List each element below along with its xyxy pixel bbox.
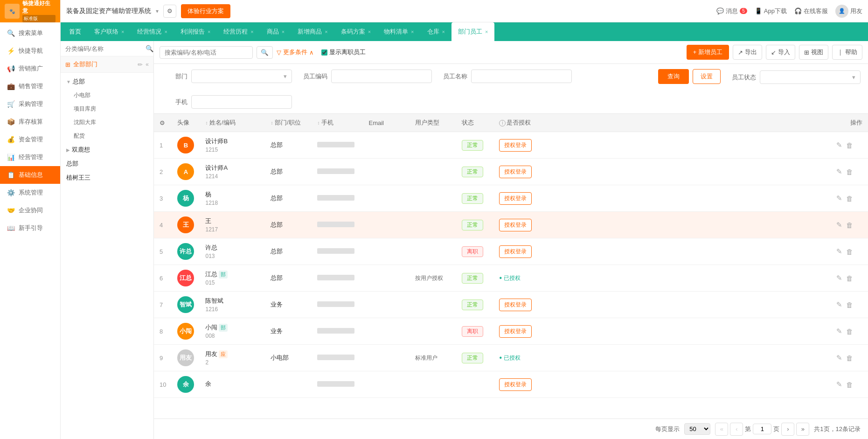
sidebar-item-purchase[interactable]: 🛒采购管理: [0, 95, 60, 113]
edit-icon[interactable]: ✎: [836, 221, 842, 229]
edit-icon[interactable]: ✎: [836, 141, 842, 149]
prev-page-button[interactable]: ‹: [730, 423, 743, 436]
query-button[interactable]: 查询: [658, 69, 689, 84]
sidebar-item-guide[interactable]: 📖新手引导: [0, 219, 60, 237]
dept-item-peihuo[interactable]: 配货: [68, 129, 153, 143]
reset-button[interactable]: 设置: [693, 69, 721, 84]
emp-name-input[interactable]: [471, 70, 572, 83]
auth-login-button[interactable]: 授权登录: [499, 192, 532, 205]
sidebar-item-enterprise[interactable]: 🤝企业协同: [0, 202, 60, 219]
last-page-button[interactable]: »: [796, 423, 809, 436]
dept-item-zongbu2[interactable]: 总部: [61, 157, 153, 171]
sidebar-item-sales[interactable]: 💼销售管理: [0, 77, 60, 95]
tab-goods[interactable]: 商品×: [260, 22, 291, 41]
close-icon[interactable]: ×: [325, 29, 327, 35]
close-icon[interactable]: ×: [282, 29, 285, 35]
edit-icon[interactable]: ✎: [836, 354, 842, 362]
close-icon[interactable]: ×: [411, 29, 414, 35]
sidebar-item-system[interactable]: ⚙️系统管理: [0, 184, 60, 202]
col-dept[interactable]: ↕ 部门/职位: [265, 114, 312, 132]
page-number-input[interactable]: [753, 424, 771, 434]
edit-icon[interactable]: ✎: [836, 300, 842, 309]
sidebar-item-search[interactable]: 🔍搜索菜单: [0, 24, 60, 42]
status-select[interactable]: ▾: [760, 70, 861, 84]
more-filter-button[interactable]: ▽ 更多条件 ∧: [277, 48, 314, 56]
dept-item-shenyang[interactable]: 沈阳大库: [68, 116, 153, 129]
sidebar-item-marketing[interactable]: 📢营销推广: [0, 60, 60, 77]
export-button[interactable]: ↗ 导出: [733, 45, 762, 60]
sidebar-item-shortcut[interactable]: ⚡快捷导航: [0, 42, 60, 60]
close-icon[interactable]: ×: [442, 29, 445, 35]
delete-icon[interactable]: 🗑: [846, 141, 853, 149]
edit-icon[interactable]: ✎: [836, 380, 842, 389]
phone-input[interactable]: [191, 95, 292, 109]
auth-login-button[interactable]: 授权登录: [499, 166, 532, 178]
auth-login-button[interactable]: 授权登录: [499, 299, 532, 311]
dept-search-input[interactable]: [65, 45, 144, 52]
dept-item-zongbu[interactable]: ▼ 总部: [61, 75, 153, 89]
tab-dept-staff[interactable]: 部门员工×: [451, 22, 494, 41]
close-icon[interactable]: ×: [164, 29, 167, 35]
help-button[interactable]: ｜ 帮助: [832, 45, 862, 60]
dept-item-zhishu[interactable]: 植树王三: [61, 171, 153, 185]
emp-code-input[interactable]: [331, 70, 432, 83]
staff-search-button[interactable]: 🔍: [257, 46, 273, 59]
delete-icon[interactable]: 🗑: [846, 274, 853, 282]
dept-search-icon[interactable]: 🔍: [146, 45, 153, 52]
edit-icon[interactable]: ✎: [836, 247, 842, 256]
delete-icon[interactable]: 🗑: [846, 248, 853, 256]
delete-icon[interactable]: 🗑: [846, 168, 853, 176]
trial-button[interactable]: 体验行业方案: [181, 4, 230, 18]
tab-customer[interactable]: 客户联络×: [88, 22, 131, 41]
auth-login-button[interactable]: 授权登录: [499, 245, 532, 258]
add-staff-button[interactable]: + 新增员工: [687, 45, 729, 60]
col-phone[interactable]: ↕ 手机: [312, 114, 363, 132]
tab-material[interactable]: 物料清单×: [377, 22, 420, 41]
auth-login-button[interactable]: 授权登录: [499, 378, 532, 391]
delete-icon[interactable]: 🗑: [846, 301, 853, 309]
close-icon[interactable]: ×: [485, 29, 488, 35]
tab-barcode[interactable]: 条码方案×: [334, 22, 377, 41]
message-button[interactable]: 💬 消息 5: [716, 7, 747, 15]
collapse-icon[interactable]: «: [146, 61, 149, 68]
edit-icon[interactable]: ✎: [836, 274, 842, 282]
tab-process[interactable]: 经营历程×: [217, 22, 260, 41]
tab-new-goods[interactable]: 新增商品×: [291, 22, 334, 41]
sidebar-item-management[interactable]: 📊经营管理: [0, 148, 60, 166]
delete-icon[interactable]: 🗑: [846, 195, 853, 202]
resigned-checkbox-input[interactable]: [321, 49, 327, 56]
edit-icon[interactable]: ✎: [836, 194, 842, 202]
edit-icon[interactable]: ✎: [836, 167, 842, 176]
show-resigned-checkbox[interactable]: 显示离职员工: [321, 48, 366, 56]
staff-search-input[interactable]: [160, 46, 253, 59]
dept-item-shuanglu[interactable]: ▶ 双鹿想: [61, 143, 153, 157]
auth-login-button[interactable]: 授权登录: [499, 325, 532, 338]
tab-finance[interactable]: 经营情况×: [131, 22, 174, 41]
delete-icon[interactable]: 🗑: [846, 221, 853, 229]
delete-icon[interactable]: 🗑: [846, 328, 853, 335]
import-button[interactable]: ↙ 导入: [766, 45, 795, 60]
tab-home[interactable]: 首页: [62, 22, 88, 41]
delete-icon[interactable]: 🗑: [846, 381, 853, 389]
edit-icon[interactable]: ✎: [836, 327, 842, 335]
auth-login-button[interactable]: 授权登录: [499, 219, 532, 231]
delete-icon[interactable]: 🗑: [846, 354, 853, 362]
dept-edit-icon[interactable]: ✏: [138, 61, 143, 68]
sidebar-item-finance[interactable]: 💰资金管理: [0, 131, 60, 148]
page-size-select[interactable]: 50 100 200: [684, 423, 710, 435]
dept-select[interactable]: ▾: [191, 70, 292, 83]
user-menu[interactable]: 👤 用友: [835, 5, 862, 18]
close-icon[interactable]: ×: [121, 29, 124, 35]
dept-item-xiaodian[interactable]: 小电部: [68, 89, 153, 102]
close-icon[interactable]: ×: [250, 29, 253, 35]
close-icon[interactable]: ×: [368, 29, 371, 35]
app-download-button[interactable]: 📱 App下载: [755, 7, 787, 15]
tab-profit[interactable]: 利润报告×: [174, 22, 217, 41]
first-page-button[interactable]: «: [715, 423, 728, 436]
dept-all-header[interactable]: ⊞ 全部部门 ✏ «: [61, 56, 153, 73]
next-page-button[interactable]: ›: [781, 423, 794, 436]
online-service-button[interactable]: 🎧 在线客服: [794, 7, 828, 15]
view-button[interactable]: ⊞ 视图: [799, 45, 828, 60]
tab-warehouse[interactable]: 仓库×: [421, 22, 451, 41]
sidebar-item-basic[interactable]: 📋基础信息: [0, 166, 60, 184]
